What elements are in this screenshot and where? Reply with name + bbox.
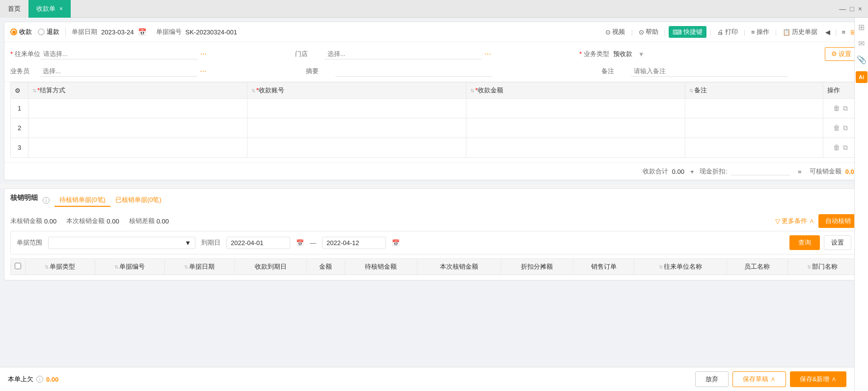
business-type-value: 预收款: [609, 48, 636, 60]
row-2-actions: 🗑 ⧉: [823, 118, 858, 138]
store-more[interactable]: ···: [482, 50, 494, 58]
due-date-label: 到期日: [201, 238, 220, 247]
filter-icon: ▽: [775, 218, 780, 225]
store-input[interactable]: [325, 49, 482, 59]
toolbar-print[interactable]: 🖨 打印: [714, 27, 741, 37]
toolbar-operations[interactable]: ≡ 操作: [748, 27, 772, 37]
sidebar-ai-icon[interactable]: Ai: [856, 71, 868, 83]
field-row-2: 业务员 ··· 摘要 备注: [10, 66, 858, 77]
salesman-more[interactable]: ···: [197, 67, 209, 76]
row-num-2: 2: [11, 118, 28, 138]
counterpart-more[interactable]: ···: [197, 50, 210, 58]
row-2-copy[interactable]: ⧉: [843, 124, 848, 132]
filter-row: 单据范围 ▼ 到期日 📅 — 📅 查询 设置: [10, 231, 858, 254]
sidebar-attachment-icon[interactable]: 📎: [857, 55, 867, 64]
window-close[interactable]: ×: [858, 5, 862, 13]
nav-left[interactable]: ◀: [823, 28, 832, 37]
counterpart-input[interactable]: [40, 49, 197, 59]
row-2-payment[interactable]: [28, 118, 247, 138]
row-1-remark[interactable]: [685, 99, 823, 118]
discount-label: 现金折扣:: [700, 167, 727, 176]
verification-section: 核销明细 i 待核销单据(0笔) 已核销单据(0笔) 未核销金额 0.00: [4, 189, 864, 280]
radio-refund[interactable]: 退款: [38, 28, 59, 36]
sidebar-mail-icon[interactable]: ✉: [858, 39, 865, 48]
sidebar-table-icon[interactable]: ⊞: [858, 23, 865, 32]
col-remark: ⇅备注: [685, 83, 823, 99]
remark-input[interactable]: [631, 66, 788, 77]
radio-receipt[interactable]: 收款: [10, 28, 32, 36]
main-form: 收款 退款 单据日期 2023-03-24 📅 单据编号 SK-20230324…: [4, 22, 864, 180]
row-1-account[interactable]: [247, 99, 466, 118]
salesman-input[interactable]: [40, 66, 197, 77]
row-1-copy[interactable]: ⧉: [843, 104, 848, 112]
draft-btn[interactable]: 保存草稿 ∧: [732, 371, 786, 387]
toolbar-history[interactable]: 📋 历史单据: [780, 27, 820, 37]
calendar-icon[interactable]: 📅: [138, 28, 146, 36]
row-3-payment[interactable]: [28, 138, 247, 158]
col-doc-type: ⇅单据类型: [26, 259, 95, 275]
window-maximize[interactable]: □: [850, 5, 854, 13]
col-settings[interactable]: ⚙: [11, 83, 28, 99]
date-to-input[interactable]: [322, 237, 386, 249]
more-conditions-btn[interactable]: ▽ 更多条件 ∧: [775, 217, 814, 225]
window-minimize[interactable]: —: [839, 5, 846, 13]
cal-from-icon[interactable]: 📅: [296, 239, 304, 247]
row-2-account[interactable]: [247, 118, 466, 138]
stat-diff: 核销差额 0.00: [129, 217, 169, 225]
cal-to-icon[interactable]: 📅: [392, 239, 400, 247]
discount-input[interactable]: [731, 168, 790, 175]
row-3-account[interactable]: [247, 138, 466, 158]
auto-verify-btn[interactable]: 自动核销: [818, 214, 858, 228]
row-1-payment[interactable]: [28, 99, 247, 118]
dropdown-icon[interactable]: ▼: [638, 51, 645, 58]
date-separator: —: [310, 239, 316, 247]
table-row: 2 🗑 ⧉: [11, 118, 858, 138]
col-payment-method: ⇅*结算方式: [28, 83, 247, 99]
verification-toolbar: ▽ 更多条件 ∧ 自动核销: [775, 211, 858, 231]
row-3-amount[interactable]: [466, 138, 685, 158]
settings-button[interactable]: ⚙ 设置: [825, 47, 858, 61]
row-1-amount[interactable]: [466, 99, 685, 118]
toolbar-help[interactable]: ⊙ 帮助: [636, 27, 661, 37]
range-select[interactable]: ▼: [48, 237, 195, 249]
col-check[interactable]: [11, 259, 26, 275]
summary-group: 摘要: [306, 66, 562, 77]
footer-info-icon[interactable]: i: [36, 376, 43, 383]
col-amount: 金额: [307, 259, 345, 275]
filter-settings-btn[interactable]: 设置: [824, 235, 851, 250]
discard-btn[interactable]: 放弃: [695, 371, 729, 387]
select-all-checkbox[interactable]: [15, 263, 21, 269]
row-3-delete[interactable]: 🗑: [833, 143, 840, 152]
summary-input[interactable]: [335, 66, 492, 77]
tab-close-icon[interactable]: ×: [59, 5, 63, 12]
tab-home[interactable]: 首页: [0, 0, 28, 18]
toolbar-shortcut[interactable]: ⌨ 快捷键: [669, 26, 706, 38]
tab-verified[interactable]: 已核销单据(0笔): [110, 194, 166, 207]
verification-title: 核销明细: [10, 194, 38, 202]
stat-unverified: 未核销金额 0.00: [10, 217, 56, 225]
toolbar-video[interactable]: ⊙ 视频: [602, 27, 628, 37]
divider-6: |: [775, 28, 777, 36]
date-from-input[interactable]: [226, 237, 290, 249]
nav-list[interactable]: ≡: [840, 28, 847, 37]
radio-refund-circle: [38, 28, 45, 35]
save-new-btn[interactable]: 保存&新增 ∧: [790, 371, 846, 387]
row-2-remark[interactable]: [685, 118, 823, 138]
row-2-amount[interactable]: [466, 118, 685, 138]
row-1-delete[interactable]: 🗑: [833, 104, 840, 112]
total-label: 收款合计: [643, 167, 668, 176]
stat-current: 本次核销金额 0.00: [66, 217, 119, 225]
query-btn[interactable]: 查询: [789, 235, 820, 250]
divider-1: [65, 27, 66, 37]
tab-pending[interactable]: 待核销单据(0笔): [54, 194, 110, 207]
row-3-copy[interactable]: ⧉: [843, 143, 848, 152]
row-3-remark[interactable]: [685, 138, 823, 158]
tab-current[interactable]: 收款单 ×: [28, 0, 71, 18]
salesman-group: 业务员 ···: [10, 66, 267, 77]
equals-sign: =: [798, 168, 802, 175]
history-icon: 📋: [783, 28, 790, 36]
verification-info-icon[interactable]: i: [43, 197, 50, 204]
range-label: 单据范围: [17, 238, 42, 247]
row-2-delete[interactable]: 🗑: [833, 124, 840, 132]
divider-2: |: [631, 28, 632, 36]
